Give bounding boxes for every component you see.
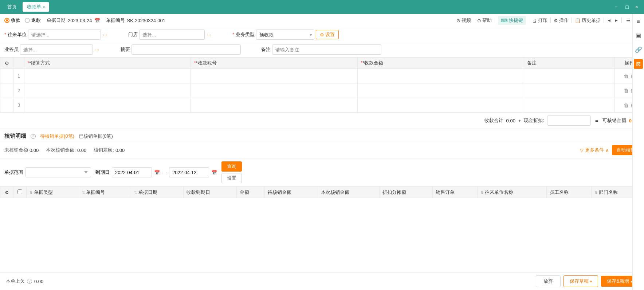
top-navigation: 首页 收款单 × － □ × xyxy=(0,0,644,14)
table-header: ⚙ **结算方式 **收款账号 **收款金额 备注 操作 xyxy=(0,58,644,69)
delete-row-3-btn[interactable]: 🗑 xyxy=(624,102,629,108)
remarks-input[interactable] xyxy=(272,44,381,55)
divider5 xyxy=(572,17,572,23)
td-settlement-1[interactable] xyxy=(24,69,191,83)
nav-prev-button[interactable]: ◄ xyxy=(607,18,611,23)
settings-button[interactable]: ⚙ 设置 xyxy=(316,30,339,39)
calendar-from-icon[interactable]: 📅 xyxy=(154,170,160,175)
td-account-1[interactable] xyxy=(191,69,357,83)
date-from-input[interactable] xyxy=(112,167,152,177)
select-all-checkbox[interactable] xyxy=(17,189,22,194)
radio-receipt[interactable]: 收款 xyxy=(4,17,20,24)
bottom-bar: 本单上欠 ? 0.00 放弃 保存草稿 ▾ 保存&新增 ▾ xyxy=(0,272,644,290)
date-range-field: 到期日 📅 — 📅 xyxy=(95,167,217,177)
td-account-2[interactable] xyxy=(191,83,357,98)
salesperson-more-btn[interactable]: ··· xyxy=(94,47,100,52)
sidebar-icon-1[interactable]: ≡ xyxy=(635,17,641,26)
bottom-left: 本单上欠 ? 0.00 xyxy=(6,278,43,285)
table-row: 3 🗑 ⊞ xyxy=(0,98,644,113)
toolbar: 收款 退款 单据日期 2023-03-24 📅 单据编号 SK-20230324… xyxy=(0,14,644,27)
counterparty-input[interactable] xyxy=(28,30,101,40)
salesperson-input[interactable] xyxy=(20,44,93,55)
td-amount-3[interactable] xyxy=(357,98,524,113)
close-button[interactable]: × xyxy=(632,3,641,11)
radio-receipt-dot xyxy=(4,18,9,23)
query-button[interactable]: 查询 xyxy=(221,161,242,172)
gear-detail-icon[interactable]: ⚙ xyxy=(5,190,9,195)
tab-pending[interactable]: 待核销单据(0笔) xyxy=(40,133,74,140)
delete-row-2-btn[interactable]: 🗑 xyxy=(624,88,629,94)
close-tab-icon[interactable]: × xyxy=(43,5,45,9)
table-row: 2 🗑 ⊞ xyxy=(0,83,644,98)
save-draft-button[interactable]: 保存草稿 ▾ xyxy=(564,275,598,287)
td-amount-1[interactable] xyxy=(357,69,524,83)
td-remarks-1[interactable] xyxy=(524,69,615,83)
td-account-3[interactable] xyxy=(191,98,357,113)
sidebar-icon-3[interactable]: 🔗 xyxy=(633,45,644,55)
td-amount-2[interactable] xyxy=(357,83,524,98)
td-gear-1 xyxy=(0,69,13,83)
operation-icon: ⚙ xyxy=(554,18,558,23)
counterparty-more-btn[interactable]: ··· xyxy=(102,32,108,38)
minimize-button[interactable]: － xyxy=(611,3,622,11)
sidebar-icon-4[interactable]: ⊠ xyxy=(634,59,643,69)
summary-row: 收款合计 0.00 + 现金折扣: = 可核销金额 0.00 xyxy=(0,113,644,129)
radio-refund[interactable]: 退款 xyxy=(25,17,41,24)
discount-input[interactable] xyxy=(547,115,591,126)
td-num-3: 3 xyxy=(13,98,24,113)
date-calendar-icon[interactable]: 📅 xyxy=(94,18,100,23)
divider1 xyxy=(474,17,474,23)
more-conditions-btn[interactable]: ▽ 更多条件 ∧ xyxy=(580,147,609,153)
td-settlement-2[interactable] xyxy=(24,83,191,98)
store-more-btn[interactable]: ··· xyxy=(206,32,212,38)
bottom-right: 放弃 保存草稿 ▾ 保存&新增 ▾ xyxy=(536,275,638,287)
print-button[interactable]: 🖨 打印 xyxy=(532,17,547,24)
maximize-button[interactable]: □ xyxy=(623,3,631,11)
list-view-btn[interactable]: ☰ xyxy=(625,17,632,24)
writeoff-section: 核销明细 ? 待核销单据(0笔) 已核销单据(0笔) 未核销金额 0.00 本次… xyxy=(0,129,644,272)
writeoff-settings-button[interactable]: 设置 xyxy=(221,173,242,183)
video-icon: ⊙ xyxy=(456,18,460,23)
td-remarks-3[interactable] xyxy=(524,98,615,113)
detail-table-header: ⚙ ⇅ 单据类型 ⇅ 单据编号 xyxy=(0,187,644,198)
nav-receipt[interactable]: 收款单 × xyxy=(23,2,49,12)
sidebar-icon-2[interactable]: ▣ xyxy=(634,31,643,40)
th-amount: **收款金额 xyxy=(357,58,524,69)
receipt-table-body: 1 🗑 ⊞ 2 xyxy=(0,69,644,113)
shortcut-button[interactable]: ⌨ 快捷键 xyxy=(498,16,526,25)
divider6 xyxy=(604,17,604,23)
date-field: 单据日期 2023-03-24 📅 xyxy=(47,17,100,24)
receipt-type-radio: 收款 退款 xyxy=(4,17,41,24)
unwriteoff-stat: 未核销金额 0.00 xyxy=(4,147,39,153)
number-field: 单据编号 SK-20230324-001 xyxy=(106,17,166,24)
bottom-info-icon[interactable]: ? xyxy=(27,279,32,284)
history-button[interactable]: 📋 历史单据 xyxy=(575,17,601,24)
divider7 xyxy=(621,17,622,23)
range-select[interactable] xyxy=(25,167,91,177)
td-remarks-2[interactable] xyxy=(524,83,615,98)
operation-button[interactable]: ⚙ 操作 xyxy=(554,17,569,24)
nav-next-button[interactable]: ► xyxy=(614,18,619,23)
summary-input[interactable] xyxy=(131,44,241,55)
store-input[interactable] xyxy=(139,30,205,40)
td-settlement-3[interactable] xyxy=(24,98,191,113)
calendar-to-icon[interactable]: 📅 xyxy=(211,170,217,175)
writeoff-info-icon[interactable]: ? xyxy=(31,134,36,139)
delete-row-1-btn[interactable]: 🗑 xyxy=(624,73,629,79)
nav-home[interactable]: 首页 xyxy=(3,2,21,12)
video-button[interactable]: ⊙ 视频 xyxy=(456,17,471,24)
tab-done[interactable]: 已核销单据(0笔) xyxy=(79,133,113,140)
help-button[interactable]: ⊙ 帮助 xyxy=(477,17,492,24)
business-type-select[interactable]: 预收款 xyxy=(256,30,314,40)
abandon-button[interactable]: 放弃 xyxy=(536,275,561,287)
th-pending-amount: 待核销金额 xyxy=(264,187,318,198)
window-controls: － □ × xyxy=(611,3,641,11)
th-gear[interactable]: ⚙ xyxy=(0,58,13,69)
date-to-input[interactable] xyxy=(169,167,209,177)
print-icon: 🖨 xyxy=(532,18,537,23)
query-btn-group: 查询 设置 xyxy=(221,161,242,183)
divider3 xyxy=(529,17,529,23)
th-checkbox: ⚙ xyxy=(0,187,13,198)
th-doc-number: ⇅ 单据编号 xyxy=(79,187,131,198)
save-draft-chevron: ▾ xyxy=(590,279,592,283)
